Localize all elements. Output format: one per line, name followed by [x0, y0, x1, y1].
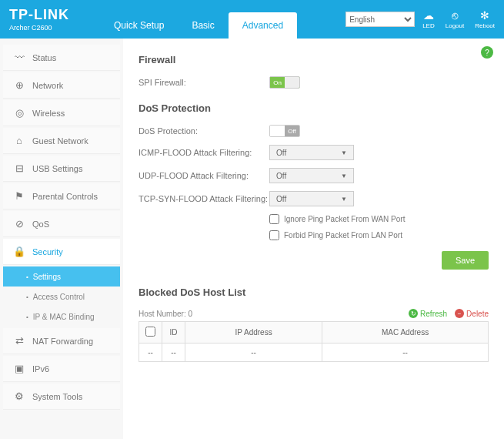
brand-name: TP-LINK — [9, 7, 69, 23]
sidebar-item-qos[interactable]: ⊘QoS — [3, 211, 120, 237]
tab-basic[interactable]: Basic — [178, 12, 228, 39]
spi-firewall-label: SPI Firewall: — [139, 78, 269, 87]
refresh-icon: ↻ — [409, 309, 418, 318]
refresh-button[interactable]: ↻Refresh — [409, 309, 447, 318]
brand: TP-LINK Archer C2600 — [9, 7, 69, 32]
reboot-icon: ✻ — [480, 9, 489, 22]
tcp-label: TCP-SYN-FLOOD Attack Filtering: — [139, 194, 269, 203]
table-row: -- -- -- -- — [139, 343, 489, 362]
content: ? Firewall SPI Firewall: On DoS Protecti… — [123, 39, 504, 439]
language-select[interactable]: English — [345, 12, 415, 27]
icmp-dropdown[interactable]: Off▼ — [269, 145, 354, 160]
delete-button[interactable]: −Delete — [455, 309, 489, 318]
led-icon: ☁ — [423, 9, 434, 22]
reboot-button[interactable]: ✻Reboot — [475, 9, 495, 29]
tab-advanced[interactable]: Advanced — [229, 12, 297, 39]
guest-icon: ⌂ — [12, 135, 26, 146]
delete-icon: − — [455, 309, 464, 318]
led-button[interactable]: ☁LED — [422, 9, 435, 29]
wireless-icon: ◎ — [12, 107, 26, 119]
tab-quick-setup[interactable]: Quick Setup — [100, 12, 178, 39]
chevron-down-icon: ▼ — [341, 173, 347, 179]
network-icon: ⊕ — [12, 79, 26, 91]
sidebar-sub-settings[interactable]: •Settings — [3, 266, 120, 287]
col-id: ID — [162, 322, 185, 343]
ignore-ping-checkbox[interactable] — [269, 214, 279, 224]
dos-title: DoS Protection — [139, 102, 489, 114]
logout-icon: ⎋ — [452, 9, 458, 22]
qos-icon: ⊘ — [12, 218, 26, 230]
parental-icon: ⚑ — [12, 190, 26, 202]
gear-icon: ⚙ — [12, 390, 26, 402]
logout-button[interactable]: ⎋Logout — [446, 9, 464, 29]
udp-dropdown[interactable]: Off▼ — [269, 168, 354, 183]
forbid-ping-label: Forbid Ping Packet From LAN Port — [284, 231, 402, 240]
chevron-down-icon: ▼ — [341, 149, 347, 156]
blocked-host-table: ID IP Address MAC Address -- -- -- -- — [139, 321, 489, 362]
top-tabs: Quick Setup Basic Advanced — [100, 0, 297, 39]
top-icons: ☁LED ⎋Logout ✻Reboot — [422, 9, 495, 29]
sidebar-item-usb[interactable]: ⊟USB Settings — [3, 156, 120, 182]
host-number: Host Number: 0 — [139, 310, 192, 318]
udp-label: UDP-FLOOD Attack Filtering: — [139, 171, 269, 180]
icmp-label: ICMP-FLOOD Attack Filtering: — [139, 148, 269, 157]
save-button[interactable]: Save — [442, 251, 489, 270]
lock-icon: 🔒 — [12, 246, 26, 257]
sidebar-item-parental[interactable]: ⚑Parental Controls — [3, 183, 120, 209]
forbid-ping-checkbox[interactable] — [269, 230, 279, 240]
col-ip: IP Address — [185, 322, 322, 343]
ignore-ping-label: Ignore Ping Packet From WAN Port — [284, 215, 405, 223]
col-mac: MAC Address — [322, 322, 489, 343]
sidebar-item-wireless[interactable]: ◎Wireless — [3, 100, 120, 126]
sidebar: 〰Status ⊕Network ◎Wireless ⌂Guest Networ… — [0, 39, 123, 439]
ipv6-icon: ▣ — [12, 363, 26, 374]
sidebar-item-security[interactable]: 🔒Security — [3, 239, 120, 265]
dos-protection-label: DoS Protection: — [139, 126, 269, 136]
sidebar-item-system[interactable]: ⚙System Tools — [3, 384, 120, 410]
sidebar-item-status[interactable]: 〰Status — [3, 45, 120, 71]
firewall-title: Firewall — [139, 54, 489, 65]
sidebar-item-guest[interactable]: ⌂Guest Network — [3, 128, 120, 154]
sidebar-item-nat[interactable]: ⇄NAT Forwarding — [3, 328, 120, 354]
sidebar-sub-access-control[interactable]: •Access Control — [3, 287, 120, 307]
sidebar-item-ipv6[interactable]: ▣IPv6 — [3, 356, 120, 382]
sidebar-item-network[interactable]: ⊕Network — [3, 72, 120, 99]
tcp-dropdown[interactable]: Off▼ — [269, 191, 354, 206]
header: TP-LINK Archer C2600 Quick Setup Basic A… — [0, 0, 504, 39]
select-all-checkbox[interactable] — [145, 327, 155, 337]
help-icon[interactable]: ? — [481, 46, 493, 59]
usb-icon: ⊟ — [12, 163, 26, 174]
sidebar-sub-ip-mac-binding[interactable]: •IP & MAC Binding — [3, 307, 120, 327]
nat-icon: ⇄ — [12, 335, 26, 347]
blocked-title: Blocked DoS Host List — [139, 287, 489, 298]
dos-protection-toggle[interactable]: Off — [269, 125, 300, 137]
status-icon: 〰 — [12, 52, 26, 63]
brand-model: Archer C2600 — [9, 24, 69, 32]
chevron-down-icon: ▼ — [341, 196, 347, 203]
spi-firewall-toggle[interactable]: On — [269, 76, 300, 89]
